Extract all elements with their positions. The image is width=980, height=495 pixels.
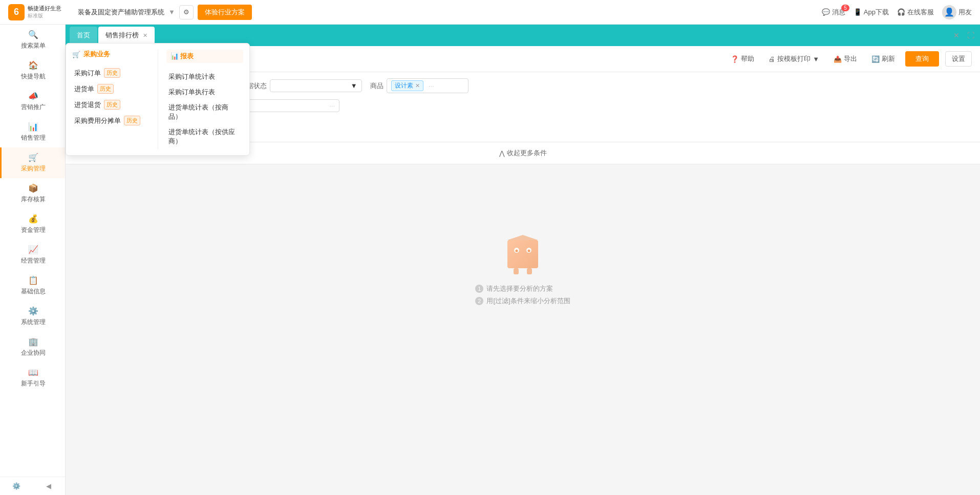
dropdown-divider [158, 50, 158, 149]
report-col: 📊 报表 采购订单统计表 采购订单执行表 进货单统计表（按商品） 进货单统计表（… [160, 50, 250, 149]
dropdown-item-purchase-order-exec[interactable]: 采购订单执行表 [166, 84, 244, 100]
sidebar-item-inventory[interactable]: 📦 库存核算 [0, 178, 65, 209]
logo-area: 6 畅捷通好生意 标准版 [8, 4, 74, 20]
goods-tag-close[interactable]: ✕ [415, 82, 420, 89]
purchase-dropdown-menu: 🛒 采购业务 采购订单 历史 进货单 历史 进货退货 历史 采购费用分摊单 历史 [66, 43, 250, 156]
sidebar-collapse-btn[interactable]: ◀ [33, 477, 66, 495]
status-select[interactable]: ▼ [270, 79, 362, 92]
sidebar-item-operations[interactable]: 📈 经营管理 [0, 240, 65, 270]
headset-icon: 🎧 [897, 8, 905, 16]
svg-rect-6 [527, 268, 532, 274]
settings-gear-icon[interactable]: ⚙ [179, 5, 194, 19]
message-item[interactable]: 💬 消息 5 [822, 8, 845, 17]
money-icon: 💰 [28, 214, 38, 224]
goods-filter: 商品 设计素 ✕ ··· [370, 78, 468, 93]
print-dropdown-icon: ▼ [813, 55, 819, 63]
hist-tag-2: 历史 [104, 100, 120, 110]
svg-point-4 [528, 250, 530, 252]
megaphone-icon: 📣 [28, 91, 38, 101]
export-icon: 📤 [834, 55, 842, 63]
goods-dots[interactable]: ··· [429, 82, 434, 90]
sidebar-settings-btn[interactable]: ⚙️ [0, 477, 33, 495]
sidebar-item-sales[interactable]: 📊 销售管理 [0, 117, 65, 147]
refresh-icon: 🔄 [871, 55, 880, 63]
status-dropdown-icon: ▼ [351, 82, 357, 90]
search-icon: 🔍 [28, 30, 38, 39]
top-bar: 6 畅捷通好生意 标准版 装备及固定资产辅助管理系统 ▼ ⚙ 体验行业方案 💬 … [0, 0, 980, 25]
empty-tip-1: 1 请先选择要分析的方案 [475, 284, 570, 293]
export-btn[interactable]: 📤 导出 [829, 52, 861, 66]
report-col-title: 📊 报表 [166, 50, 244, 65]
window-maximize-btn[interactable]: ⛶ [966, 30, 976, 40]
header-actions: ❓ 帮助 🖨 按模板打印 ▼ 📤 导出 🔄 刷新 [727, 51, 972, 67]
dropdown-item-purchase-in[interactable]: 进货单 历史 [72, 81, 150, 97]
sidebar-item-marketing[interactable]: 📣 营销推广 [0, 86, 65, 117]
filter-settings-btn[interactable]: 设置 [945, 51, 972, 67]
sidebar-item-system[interactable]: ⚙️ 系统管理 [0, 301, 65, 332]
chart-icon: 📊 [28, 122, 38, 132]
purchase-col-icon: 🛒 [72, 51, 80, 58]
salesperson-dots[interactable]: ··· [329, 102, 335, 110]
empty-tips: 1 请先选择要分析的方案 2 用[过滤]条件来缩小分析范围 [475, 284, 570, 309]
empty-tip-2: 2 用[过滤]条件来缩小分析范围 [475, 296, 570, 306]
refresh-btn[interactable]: 🔄 刷新 [867, 52, 899, 66]
purchase-col-title: 🛒 采购业务 [72, 50, 150, 61]
tab-sales-ranking[interactable]: 销售排行榜 ✕ [98, 27, 155, 44]
cart-icon: 🛒 [28, 153, 38, 162]
app-download-item[interactable]: 📱 App下载 [854, 8, 889, 17]
svg-rect-5 [514, 268, 519, 274]
hist-tag-3: 历史 [124, 116, 140, 125]
book-icon: 📖 [28, 368, 38, 377]
tab-close-icon[interactable]: ✕ [143, 32, 147, 39]
phone-icon: 📱 [854, 8, 862, 16]
building-icon: 🏢 [28, 337, 38, 347]
home-icon: 🏠 [28, 60, 38, 70]
settings-small-icon: ⚙️ [12, 482, 20, 490]
dropdown-item-purchase-order-stat[interactable]: 采购订单统计表 [166, 69, 244, 84]
collapse-icon: ◀ [46, 482, 51, 490]
sidebar-item-finance[interactable]: 💰 资金管理 [0, 209, 65, 240]
empty-state: 1 请先选择要分析的方案 2 用[过滤]条件来缩小分析范围 [66, 164, 980, 369]
goods-input[interactable]: 设计素 ✕ ··· [387, 78, 468, 93]
tab-home[interactable]: 首页 [70, 27, 97, 44]
hist-tag-0: 历史 [104, 68, 120, 78]
empty-illustration [492, 225, 553, 276]
goods-tag: 设计素 ✕ [391, 80, 423, 91]
logo-badge: 标准版 [28, 12, 61, 19]
print-icon: 🖨 [769, 55, 775, 63]
sidebar-item-purchase[interactable]: 🛒 采购管理 [0, 147, 65, 178]
sidebar-item-basic-info[interactable]: 📋 基础信息 [0, 270, 65, 301]
dropdown-item-purchase-order[interactable]: 采购订单 历史 [72, 65, 150, 81]
report-col-icon: 📊 [171, 52, 179, 60]
collapse-btn[interactable]: ⋀ 收起更多条件 [491, 146, 555, 160]
title-dropdown-icon[interactable]: ▼ [168, 8, 175, 16]
online-service-item[interactable]: 🎧 在线客服 [897, 8, 934, 17]
logo-icon: 6 [8, 4, 25, 20]
sidebar: 🔍 搜索菜单 🏠 快捷导航 📣 营销推广 📊 销售管理 🛒 采购管理 📦 [0, 25, 66, 495]
template-print-btn[interactable]: 🖨 按模板打印 ▼ [764, 52, 823, 66]
dropdown-item-in-stat-supplier[interactable]: 进货单统计表（按供应商） [166, 124, 244, 149]
dropdown-item-purchase-return[interactable]: 进货退货 历史 [72, 97, 150, 113]
dropdown-cols: 🛒 采购业务 采购订单 历史 进货单 历史 进货退货 历史 采购费用分摊单 历史 [66, 50, 249, 149]
industry-btn[interactable]: 体验行业方案 [198, 5, 252, 20]
sidebar-bottom: ⚙️ ◀ [0, 477, 65, 495]
trending-icon: 📈 [28, 245, 38, 254]
query-btn[interactable]: 查询 [905, 51, 939, 67]
window-close-btn[interactable]: ✕ [951, 30, 962, 40]
dropdown-item-in-stat-goods[interactable]: 进货单统计表（按商品） [166, 100, 244, 124]
user-item[interactable]: 👤 用友 [942, 5, 972, 19]
message-icon: 💬 [822, 8, 830, 16]
sidebar-item-search[interactable]: 🔍 搜索菜单 [0, 25, 65, 55]
help-btn[interactable]: ❓ 帮助 [727, 52, 758, 66]
sidebar-item-enterprise[interactable]: 🏢 企业协同 [0, 332, 65, 362]
user-avatar: 👤 [942, 5, 956, 19]
svg-rect-0 [507, 240, 538, 268]
content-main: 1 请先选择要分析的方案 2 用[过滤]条件来缩小分析范围 [66, 164, 980, 495]
salesperson-input[interactable]: ··· [237, 99, 339, 112]
dropdown-item-purchase-cost[interactable]: 采购费用分摊单 历史 [72, 113, 150, 128]
logo-text: 畅捷通好生意 [28, 5, 61, 12]
sidebar-item-guide[interactable]: 📖 新手引导 [0, 362, 65, 393]
sidebar-item-quick-nav[interactable]: 🏠 快捷导航 [0, 55, 65, 86]
collapse-up-icon: ⋀ [499, 149, 505, 157]
message-badge: 5 [841, 5, 849, 11]
